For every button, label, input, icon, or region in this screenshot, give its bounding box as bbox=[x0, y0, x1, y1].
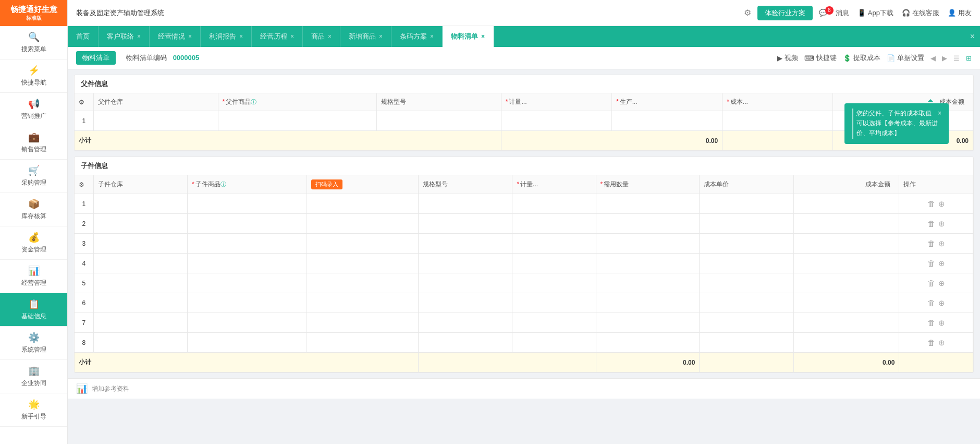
page-code-value: 0000005 bbox=[173, 54, 200, 62]
nav-tabs: 首页 客户联络 × 经营情况 × 利润报告 × 经营历程 × 商品 × 新增商品… bbox=[68, 26, 980, 47]
cost-icon: 💲 bbox=[843, 54, 851, 62]
sidebar-item-operations[interactable]: 📊 经营管理 bbox=[0, 260, 67, 293]
child-cell-qty-1[interactable] bbox=[596, 194, 700, 214]
close-icon[interactable]: × bbox=[328, 33, 332, 40]
close-icon[interactable]: × bbox=[137, 33, 141, 40]
parent-col-spec: 规格型号 bbox=[376, 93, 501, 111]
sidebar-item-marketing[interactable]: 📢 营销推广 bbox=[0, 93, 67, 126]
list-view-icon[interactable]: ☰ bbox=[953, 54, 960, 62]
main-area: 装备及固定资产辅助管理系统 ⚙ 体验行业方案 💬 6 消息 📱 App下载 🎧 … bbox=[68, 0, 980, 444]
child-col-scan[interactable]: 扫码录入 bbox=[307, 175, 419, 194]
copy-icon[interactable]: ⊕ bbox=[938, 338, 945, 347]
shortcut-action[interactable]: ⌨ 快捷键 bbox=[804, 53, 837, 63]
sidebar-item-inventory[interactable]: 📦 库存核算 bbox=[0, 193, 67, 226]
tab-bom-label: 物料清单 bbox=[451, 32, 478, 41]
add-reference-label[interactable]: 增加参考资料 bbox=[92, 385, 129, 393]
topbar-right: 💬 6 消息 📱 App下载 🎧 在线客服 👤 用友 bbox=[819, 8, 972, 18]
tooltip-close-button[interactable]: × bbox=[938, 109, 941, 118]
child-cell-warehouse-2[interactable] bbox=[93, 214, 187, 234]
child-col-settings[interactable]: ⚙ bbox=[75, 175, 93, 194]
tab-new-goods[interactable]: 新增商品 × bbox=[340, 26, 391, 47]
close-icon[interactable]: × bbox=[430, 33, 434, 40]
delete-icon[interactable]: 🗑 bbox=[927, 259, 935, 268]
delete-icon[interactable]: 🗑 bbox=[927, 239, 935, 248]
delete-icon[interactable]: 🗑 bbox=[927, 298, 935, 307]
scan-button[interactable]: 扫码录入 bbox=[311, 179, 342, 189]
copy-icon[interactable]: ⊕ bbox=[938, 318, 945, 328]
tab-bom[interactable]: 物料清单 × bbox=[443, 26, 494, 47]
tab-history[interactable]: 经营历程 × bbox=[252, 26, 303, 47]
tab-operations[interactable]: 经营情况 × bbox=[150, 26, 201, 47]
parent-section-title: 父件信息 bbox=[75, 75, 973, 93]
sidebar-item-basic[interactable]: 📋 基础信息 bbox=[0, 293, 67, 327]
delete-icon[interactable]: 🗑 bbox=[927, 338, 935, 347]
child-row-num: 7 bbox=[75, 313, 93, 333]
child-cell-unit-1[interactable] bbox=[512, 194, 596, 214]
tab-customer[interactable]: 客户联络 × bbox=[99, 26, 150, 47]
app-download-group[interactable]: 📱 App下载 bbox=[858, 8, 893, 18]
child-cell-unit-cost-1[interactable] bbox=[700, 194, 793, 214]
close-icon[interactable]: × bbox=[379, 33, 383, 40]
tab-home[interactable]: 首页 bbox=[68, 26, 99, 47]
online-service-group[interactable]: 🎧 在线客服 bbox=[902, 8, 939, 18]
child-cell-scan-1[interactable] bbox=[307, 194, 419, 214]
copy-icon[interactable]: ⊕ bbox=[938, 239, 945, 248]
child-cell-goods-1[interactable] bbox=[187, 194, 307, 214]
single-settings-action[interactable]: 📄 单据设置 bbox=[887, 53, 924, 63]
parent-cell-produce[interactable] bbox=[612, 111, 722, 131]
parent-cell-warehouse[interactable] bbox=[93, 111, 218, 131]
parent-cell-cost[interactable] bbox=[722, 111, 833, 131]
delete-icon[interactable]: 🗑 bbox=[927, 199, 935, 208]
sidebar-item-guide[interactable]: 🌟 新手引导 bbox=[0, 393, 67, 427]
delete-icon[interactable]: 🗑 bbox=[927, 219, 935, 228]
sidebar-item-search[interactable]: 🔍 搜索菜单 bbox=[0, 26, 67, 59]
delete-icon[interactable]: 🗑 bbox=[927, 279, 935, 287]
copy-icon[interactable]: ⊕ bbox=[938, 298, 945, 308]
close-icon[interactable]: × bbox=[239, 33, 243, 40]
tab-goods[interactable]: 商品 × bbox=[303, 26, 340, 47]
child-cell-amount-1[interactable] bbox=[793, 194, 899, 214]
child-cell-warehouse-1[interactable] bbox=[93, 194, 187, 214]
child-cell-spec-1[interactable] bbox=[419, 194, 512, 214]
parent-col-produce: *生产... bbox=[612, 93, 722, 111]
parent-cell-spec[interactable] bbox=[376, 111, 501, 131]
page-tab-bom[interactable]: 物料清单 bbox=[76, 51, 116, 65]
tab-barcode[interactable]: 条码方案 × bbox=[391, 26, 443, 47]
close-icon[interactable]: × bbox=[290, 33, 294, 40]
cost-action[interactable]: 💲 提取成本 bbox=[843, 53, 880, 63]
settings-icon[interactable]: ⚙ bbox=[744, 8, 751, 18]
parent-cell-goods[interactable] bbox=[218, 111, 376, 131]
copy-icon[interactable]: ⊕ bbox=[938, 279, 945, 288]
video-action[interactable]: ▶ 视频 bbox=[777, 53, 798, 63]
sidebar-item-finance[interactable]: 💰 资金管理 bbox=[0, 226, 67, 260]
sidebar-item-purchase[interactable]: 🛒 采购管理 bbox=[0, 160, 67, 193]
sidebar-item-enterprise[interactable]: 🏢 企业协同 bbox=[0, 360, 67, 393]
sidebar-item-quick-nav[interactable]: ⚡ 快捷导航 bbox=[0, 59, 67, 93]
message-group[interactable]: 💬 6 消息 bbox=[819, 8, 849, 18]
close-icon[interactable]: × bbox=[188, 33, 192, 40]
nav-next-icon[interactable]: ▶ bbox=[942, 54, 947, 62]
tab-profit[interactable]: 利润报告 × bbox=[201, 26, 252, 47]
sidebar-item-sales[interactable]: 💼 销售管理 bbox=[0, 126, 67, 160]
close-all-tabs-button[interactable]: × bbox=[965, 32, 980, 41]
copy-icon[interactable]: ⊕ bbox=[938, 199, 945, 209]
chart-icon: 📊 bbox=[28, 265, 40, 277]
user-icon: 👤 bbox=[948, 9, 956, 17]
parent-cell-unit[interactable] bbox=[501, 111, 611, 131]
copy-icon[interactable]: ⊕ bbox=[938, 219, 945, 229]
tab-operations-label: 经营情况 bbox=[158, 32, 185, 41]
page-tab-code-label: 物料清单编码 bbox=[126, 54, 167, 62]
user-label: 用友 bbox=[958, 8, 972, 18]
bottom-bar: 📊 增加参考资料 bbox=[68, 378, 980, 399]
nav-prev-icon[interactable]: ◀ bbox=[930, 54, 936, 62]
sidebar-item-system[interactable]: ⚙️ 系统管理 bbox=[0, 327, 67, 360]
delete-icon[interactable]: 🗑 bbox=[927, 318, 935, 327]
user-group[interactable]: 👤 用友 bbox=[948, 8, 972, 18]
child-cell-goods-2[interactable] bbox=[187, 214, 307, 234]
parent-col-settings[interactable]: ⚙ bbox=[75, 93, 93, 111]
tab-profit-label: 利润报告 bbox=[209, 32, 236, 41]
close-icon[interactable]: × bbox=[481, 33, 485, 40]
trial-button[interactable]: 体验行业方案 bbox=[757, 6, 813, 20]
grid-view-icon[interactable]: ⊞ bbox=[966, 54, 972, 62]
copy-icon[interactable]: ⊕ bbox=[938, 259, 945, 268]
